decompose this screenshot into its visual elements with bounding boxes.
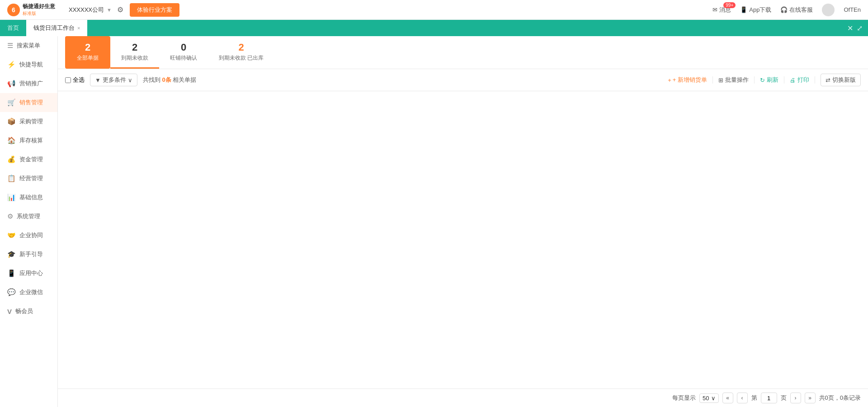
app-download-button[interactable]: 📱 App下载 bbox=[740, 6, 771, 14]
sidebar-item-member[interactable]: V 畅会员 bbox=[0, 302, 57, 321]
page-size-label: 每页显示 bbox=[672, 394, 696, 402]
sidebar-item-system[interactable]: ⚙ 系统管理 bbox=[0, 207, 57, 226]
stat-overdue-num: 2 bbox=[132, 42, 137, 53]
sidebar-item-cooperation-label: 企业协同 bbox=[19, 231, 43, 239]
service-label: 在线客服 bbox=[789, 6, 813, 14]
stat-tab-overdue[interactable]: 2 到期未收款 bbox=[110, 36, 159, 69]
sidebar-item-guide[interactable]: 🎓 新手引导 bbox=[0, 245, 57, 264]
print-button[interactable]: 🖨 打印 bbox=[790, 76, 809, 84]
first-page-icon: « bbox=[726, 395, 729, 401]
prev-page-button[interactable]: ‹ bbox=[737, 393, 748, 403]
sidebar-item-finance-label: 资金管理 bbox=[19, 155, 43, 164]
toolbar-left: 全选 ▼ 更多条件 ∨ 共找到 0条 相关单据 bbox=[65, 74, 662, 86]
message-badge: 99+ bbox=[723, 2, 736, 8]
add-sale-label: + 新增销货单 bbox=[673, 76, 707, 84]
finance-icon: 💰 bbox=[7, 155, 16, 164]
company-selector[interactable]: XXXXXX公司 ▼ bbox=[69, 6, 112, 14]
refresh-icon: ↻ bbox=[760, 77, 765, 84]
switch-version-button[interactable]: ⇄ 切换新版 bbox=[821, 74, 861, 86]
header-right: ✉ 消息 99+ 📱 App下载 🎧 在线客服 OfTEn bbox=[712, 4, 861, 16]
page-size-select[interactable]: 50 ∨ bbox=[699, 393, 718, 403]
stats-tabs: 2 全部单据 2 到期未收款 0 旺铺待确认 2 到期未收款 已出库 bbox=[58, 36, 868, 69]
tabs-actions: ✕ ⤢ bbox=[847, 24, 868, 33]
basic-info-icon: 📊 bbox=[7, 193, 16, 201]
tab-active[interactable]: 钱货日清工作台 × bbox=[26, 20, 87, 36]
add-sale-icon: + bbox=[668, 77, 671, 84]
sidebar-item-purchase[interactable]: 📦 采购管理 bbox=[0, 112, 57, 131]
sidebar-item-inventory-label: 库存核算 bbox=[19, 136, 43, 145]
stat-pending-label: 旺铺待确认 bbox=[170, 54, 197, 62]
content-area: 2 全部单据 2 到期未收款 0 旺铺待确认 2 到期未收款 已出库 全选 bbox=[58, 36, 868, 407]
company-arrow: ▼ bbox=[107, 7, 112, 13]
last-page-button[interactable]: » bbox=[805, 393, 816, 403]
sidebar-item-inventory[interactable]: 🏠 库存核算 bbox=[0, 131, 57, 150]
filter-label: 更多条件 bbox=[103, 76, 126, 84]
tab-home[interactable]: 首页 bbox=[0, 20, 26, 36]
toolbar: 全选 ▼ 更多条件 ∨ 共找到 0条 相关单据 + + 新增销货单 bbox=[58, 69, 868, 91]
member-icon: V bbox=[7, 308, 12, 315]
print-icon: 🖨 bbox=[790, 77, 796, 84]
sidebar-item-enterprise-wechat[interactable]: 💬 企业微信 bbox=[0, 283, 57, 302]
sidebar-item-marketing-label: 营销推广 bbox=[19, 80, 43, 88]
sidebar-item-member-label: 畅会员 bbox=[15, 307, 33, 315]
stat-tab-shipped[interactable]: 2 到期未收款 已出库 bbox=[208, 36, 274, 69]
service-button[interactable]: 🎧 在线客服 bbox=[780, 6, 813, 14]
trial-button[interactable]: 体验行业方案 bbox=[130, 3, 179, 17]
sidebar-item-app-center[interactable]: 📱 应用中心 bbox=[0, 264, 57, 283]
refresh-button[interactable]: ↻ 刷新 bbox=[760, 76, 778, 84]
sidebar-item-quick-nav[interactable]: ⚡ 快捷导航 bbox=[0, 55, 57, 74]
sidebar-item-finance[interactable]: 💰 资金管理 bbox=[0, 150, 57, 169]
sidebar-item-system-label: 系统管理 bbox=[17, 212, 40, 220]
username: OfTEn bbox=[844, 6, 861, 13]
stat-tab-pending[interactable]: 0 旺铺待确认 bbox=[159, 36, 208, 69]
cooperation-icon: 🤝 bbox=[7, 231, 16, 239]
settings-button[interactable]: ⚙ bbox=[117, 5, 123, 14]
search-menu-icon: ☰ bbox=[7, 42, 13, 50]
message-icon: ✉ bbox=[712, 6, 717, 13]
current-page-input[interactable]: 1 bbox=[761, 393, 777, 403]
sidebar-item-marketing[interactable]: 📢 营销推广 bbox=[0, 74, 57, 93]
logo-text: 畅捷通好生意 标准版 bbox=[23, 3, 55, 17]
sidebar-item-cooperation[interactable]: 🤝 企业协同 bbox=[0, 226, 57, 245]
batch-icon: ⊞ bbox=[718, 77, 723, 84]
filter-icon: ▼ bbox=[95, 77, 101, 84]
stat-pending-num: 0 bbox=[181, 42, 186, 53]
tab-restore-icon[interactable]: ✕ bbox=[847, 24, 853, 33]
avatar[interactable] bbox=[822, 4, 835, 16]
sidebar-item-search[interactable]: ☰ 搜索菜单 bbox=[0, 36, 57, 55]
select-all-label[interactable]: 全选 bbox=[65, 76, 85, 84]
add-sale-button[interactable]: + + 新增销货单 bbox=[668, 76, 707, 84]
tab-active-label: 钱货日清工作台 bbox=[33, 24, 75, 32]
divider-4 bbox=[815, 76, 815, 84]
sidebar-item-operations[interactable]: 📋 经营管理 bbox=[0, 169, 57, 188]
sidebar-item-sales[interactable]: 🛒 销售管理 bbox=[0, 93, 57, 112]
stat-all-num: 2 bbox=[85, 42, 90, 53]
divider-2 bbox=[754, 76, 755, 84]
toolbar-right: + + 新增销货单 ⊞ 批量操作 ↻ 刷新 🖨 打印 bbox=[668, 74, 861, 86]
next-page-button[interactable]: › bbox=[790, 393, 801, 403]
batch-operation-button[interactable]: ⊞ 批量操作 bbox=[718, 76, 749, 84]
pagination-bar: 每页显示 50 ∨ « ‹ 第 1 页 › » 共0页，0条记录 bbox=[58, 388, 868, 407]
marketing-icon: 📢 bbox=[7, 80, 16, 88]
system-icon: ⚙ bbox=[7, 212, 13, 220]
page-suffix-label: 页 bbox=[781, 394, 787, 402]
filter-button[interactable]: ▼ 更多条件 ∨ bbox=[90, 74, 137, 86]
guide-icon: 🎓 bbox=[7, 250, 16, 258]
stat-tab-all[interactable]: 2 全部单据 bbox=[65, 36, 110, 69]
logo-icon: 6 bbox=[7, 4, 20, 16]
filter-arrow-icon: ∨ bbox=[128, 77, 132, 84]
sidebar-item-quick-nav-label: 快捷导航 bbox=[19, 61, 43, 69]
first-page-button[interactable]: « bbox=[722, 393, 733, 403]
switch-icon: ⇄ bbox=[826, 77, 830, 84]
sidebar-item-sales-label: 销售管理 bbox=[19, 98, 43, 107]
select-all-checkbox[interactable] bbox=[65, 77, 71, 83]
tab-maximize-icon[interactable]: ⤢ bbox=[857, 24, 863, 33]
logo-area: 6 畅捷通好生意 标准版 bbox=[7, 3, 65, 17]
message-button[interactable]: ✉ 消息 99+ bbox=[712, 6, 731, 14]
sidebar-item-basic-info[interactable]: 📊 基础信息 bbox=[0, 188, 57, 207]
tab-close-icon[interactable]: × bbox=[77, 25, 80, 31]
sidebar-item-guide-label: 新手引导 bbox=[19, 250, 43, 258]
page-size-value: 50 bbox=[703, 395, 709, 402]
select-all-text: 全选 bbox=[73, 76, 85, 84]
app-label: App下载 bbox=[749, 6, 771, 14]
